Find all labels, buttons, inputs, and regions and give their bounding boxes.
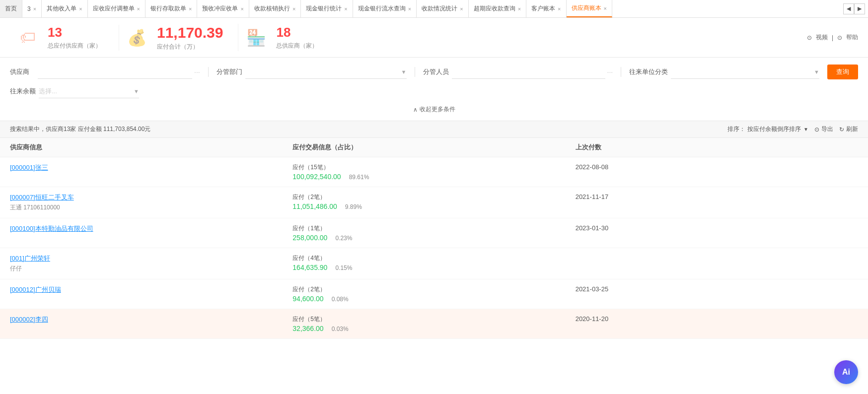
stat-icon-1: 💰 [124,25,150,51]
dept-filter-group: 分管部门 ▼ [217,65,407,79]
tx-cell-4: 应付（2笔）94,600.000.08% [292,285,575,303]
tx-cell-0: 应付（15笔）100,092,540.0089.61% [292,163,575,181]
balance-select[interactable]: 选择... ▼ [39,84,139,98]
close-tab-bank-deposit[interactable]: × [189,6,192,12]
tx-amount-4: 94,600.00 [292,295,323,303]
table-body: [000001]张三应付（15笔）100,092,540.0089.61%202… [0,157,868,339]
supplier-link-5[interactable]: [000002]李四 [10,315,292,324]
close-tab-customer-ledger[interactable]: × [558,6,561,12]
nav-tab-other-income[interactable]: 其他收入单× [42,0,87,17]
export-button[interactable]: ⊙ 导出 [814,125,833,133]
video-link[interactable]: 视频 [816,33,828,42]
nav-tab-cash-bank-stat[interactable]: 现金银行统计× [301,0,353,17]
tx-percent-1: 9.89% [345,203,362,210]
close-tab-other-income[interactable]: × [79,6,82,12]
nav-next-arrow[interactable]: ▶ [854,3,865,14]
close-tab-prepaid-ar[interactable]: × [240,6,243,12]
close-tab-overdue-ar[interactable]: × [518,6,521,12]
table-row: [001]广州荣轩仔仔应付（4笔）164,635.900.15% [0,248,868,279]
nav-tab-cash-bank-flow[interactable]: 现金银行流水查询× [353,0,417,17]
nav-tab-bank-deposit[interactable]: 银行存取款单× [145,0,197,17]
nav-tab-supplier-ledger[interactable]: 供应商账本× [567,0,612,17]
refresh-label: 刷新 [846,125,858,133]
divider-1 [208,67,209,77]
close-tab-payment-verify[interactable]: × [292,6,295,12]
search-button[interactable]: 查询 [827,65,858,79]
close-tab-ar-ap-adjust[interactable]: × [137,6,140,12]
sort-chevron-icon: ▼ [803,127,808,132]
supplier-input[interactable] [38,65,192,79]
ai-button[interactable]: Ai [834,360,858,384]
balance-placeholder: 选择... [39,87,57,96]
stat-label-0: 总应付供应商（家） [48,42,101,50]
divider-2 [415,67,415,77]
close-tab-tab3[interactable]: × [33,6,36,12]
tx-percent-2: 0.23% [335,235,352,242]
tx-label-3: 应付（4笔） [292,254,575,263]
link-separator: | [832,34,833,41]
refresh-button[interactable]: ↻ 刷新 [839,125,858,133]
nav-tab-tab3[interactable]: 3× [22,0,42,17]
ai-label: Ai [842,368,850,377]
close-tab-cash-bank-flow[interactable]: × [408,6,411,12]
balance-chevron-icon: ▼ [134,88,139,94]
supplier-link-3[interactable]: [001]广州荣轩 [10,254,292,263]
nav-prev-arrow[interactable]: ◀ [843,3,854,14]
circle-icon: ⊙ [807,34,812,41]
table-row: [000002]李四应付（5笔）32,366.000.03%2020-11-20 [0,309,868,339]
sort-label-text: 排序： [727,126,745,132]
supplier-link-4[interactable]: [000012]广州贝瑞 [10,285,292,294]
collapse-button[interactable]: ∧ 收起更多条件 [407,103,461,116]
refresh-icon: ↻ [839,126,844,133]
top-nav: 首页3×其他收入单×应收应付调整单×银行存取款单×预收冲应收单×收款核销执行×现… [0,0,868,18]
person-dots-icon[interactable]: ··· [607,68,613,76]
tx-percent-4: 0.08% [332,296,349,303]
dept-select[interactable]: ▼ [245,65,407,79]
supplier-label: 供应商 [10,67,35,76]
sort-value-text[interactable]: 按应付余额倒序排序 [747,126,801,132]
close-tab-payment-stat[interactable]: × [460,6,463,12]
supplier-dots-icon[interactable]: ··· [194,68,200,76]
tx-cell-3: 应付（4笔）164,635.900.15% [292,254,575,271]
tx-label-2: 应付（1笔） [292,224,575,233]
nav-tab-overdue-ar[interactable]: 超期应收款查询× [469,0,526,17]
nav-tab-payment-verify[interactable]: 收款核销执行× [249,0,301,17]
tx-cell-1: 应付（2笔）11,051,486.009.89% [292,193,575,210]
nav-tab-prepaid-ar[interactable]: 预收冲应收单× [197,0,249,17]
th-supplier: 供应商信息 [10,143,292,152]
supplier-link-2[interactable]: [000100]本特勤油品有限公司 [10,224,292,233]
balance-filter-group: 往来余额 选择... ▼ [10,84,139,98]
nav-arrows: ◀ ▶ [840,3,868,14]
supplier-sub-3: 仔仔 [10,264,292,273]
table-row: [000012]广州贝瑞应付（2笔）94,600.000.08%2021-03-… [0,279,868,309]
stat-number-0: 13 [48,25,101,40]
table-row: [000001]张三应付（15笔）100,092,540.0089.61%202… [0,157,868,187]
supplier-link-0[interactable]: [000001]张三 [10,163,292,172]
tx-percent-5: 0.03% [332,326,349,332]
stat-item-2: 🏪18总供应商（家） [238,25,348,51]
nav-tab-ar-ap-adjust[interactable]: 应收应付调整单× [88,0,145,17]
tx-amount-5: 32,366.00 [292,325,323,332]
balance-label: 往来余额 [10,87,36,96]
stat-number-1: 11,170.39 [157,24,223,42]
supplier-filter-group: 供应商 ··· [10,65,200,79]
stat-icon-2: 🏪 [243,25,269,51]
stat-item-1: 💰11,170.39应付合计（万） [119,24,238,51]
help-link[interactable]: 帮助 [846,33,858,42]
nav-tab-customer-ledger[interactable]: 客户账本× [526,0,566,17]
nav-tab-payment-stat[interactable]: 收款情况统计× [417,0,468,17]
person-label: 分管人员 [423,67,449,76]
tx-percent-0: 89.61% [349,174,369,181]
close-tab-supplier-ledger[interactable]: × [604,5,607,11]
person-filter-group: 分管人员 ··· [423,65,613,79]
person-input[interactable] [452,65,605,79]
close-tab-cash-bank-stat[interactable]: × [344,6,347,12]
filter-area: 供应商 ··· 分管部门 ▼ 分管人员 ··· [0,58,868,121]
stat-content-2: 18总供应商（家） [276,25,318,50]
supplier-link-1[interactable]: [000007]恒旺二手叉车 [10,193,292,202]
nav-tab-home[interactable]: 首页 [0,0,22,17]
tx-cell-2: 应付（1笔）258,000.000.23% [292,224,575,242]
stat-item-0: 🏷13总应付供应商（家） [10,25,119,51]
category-select[interactable]: ▼ [671,65,819,79]
last-payment-2: 2023-01-30 [576,224,858,232]
